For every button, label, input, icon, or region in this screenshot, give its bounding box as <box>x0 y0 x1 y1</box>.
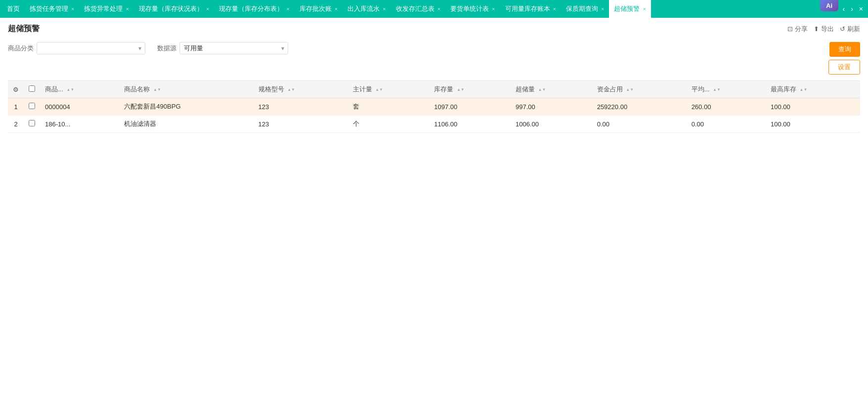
close-icon[interactable]: × <box>492 6 495 12</box>
row-number: 2 <box>8 116 24 133</box>
close-icon[interactable]: × <box>335 6 338 12</box>
row-checkbox-cell <box>24 116 40 133</box>
max-stock-cell: 100.00 <box>766 116 860 133</box>
th-product-name: 商品名称 ▲▼ <box>119 81 253 98</box>
stock-cell: 1106.00 <box>429 116 511 133</box>
row-checkbox[interactable] <box>29 120 35 126</box>
capital-cell: 259220.00 <box>592 98 687 116</box>
table-header-row: ⚙ 商品... ▲▼ 商品名称 ▲▼ 规格型号 ▲▼ 主计 <box>8 81 860 98</box>
nav-prev-arrow[interactable]: ‹ <box>839 5 848 13</box>
export-icon: ⬆ <box>814 25 819 33</box>
nav-item-available[interactable]: 可用量库存账本 × <box>500 0 561 18</box>
product-category-select[interactable] <box>37 42 145 54</box>
th-max-stock: 最高库存 ▲▼ <box>766 81 860 98</box>
page-title: 超储预警 <box>8 24 40 34</box>
nav-item-stock-dist[interactable]: 现存量（库存分布表） × <box>214 0 294 18</box>
close-icon[interactable]: × <box>601 6 604 12</box>
close-icon[interactable]: × <box>437 6 440 12</box>
stock-cell: 1097.00 <box>429 98 511 116</box>
th-capital: 资金占用 ▲▼ <box>592 81 687 98</box>
nav-item-demand[interactable]: 要货单统计表 × <box>445 0 500 18</box>
th-avg: 平均... ▲▼ <box>687 81 766 98</box>
product-category-label: 商品分类 <box>8 44 34 53</box>
nav-item-batch[interactable]: 库存批次账 × <box>295 0 343 18</box>
refresh-button[interactable]: ↺ 刷新 <box>840 25 860 34</box>
nav-arrows: ‹ › × <box>839 5 866 13</box>
sort-icon[interactable]: ▲▼ <box>153 88 161 92</box>
capital-cell: 0.00 <box>592 116 687 133</box>
nav-item-stock-status[interactable]: 现存量（库存状况表） × <box>134 0 214 18</box>
th-checkbox <box>24 81 40 98</box>
close-icon[interactable]: × <box>286 6 289 12</box>
overflow-cell: 1006.00 <box>511 116 592 133</box>
table-row: 1 0000004 六配套新昌490BPG 123 套 1097.00 997.… <box>8 98 860 116</box>
close-icon[interactable]: × <box>206 6 209 12</box>
page-container: 超储预警 ⊡ 分享 ⬆ 导出 ↺ 刷新 商品分类 <box>0 18 868 395</box>
share-button[interactable]: ⊡ 分享 <box>787 25 808 34</box>
row-number: 1 <box>8 98 24 116</box>
query-button[interactable]: 查询 <box>829 42 860 57</box>
gear-icon[interactable]: ⚙ <box>13 86 19 93</box>
product-code-cell: 0000004 <box>40 98 119 116</box>
data-source-label: 数据源 <box>157 44 176 53</box>
close-icon[interactable]: × <box>71 6 74 12</box>
close-icon[interactable]: × <box>553 6 556 12</box>
overflow-cell: 997.00 <box>511 98 592 116</box>
sort-icon[interactable]: ▲▼ <box>538 88 546 92</box>
unit-cell: 个 <box>348 116 430 133</box>
set-button[interactable]: 设置 <box>828 60 860 75</box>
th-overflow: 超储量 ▲▼ <box>511 81 592 98</box>
sort-icon[interactable]: ▲▼ <box>457 88 465 92</box>
page-header: 超储预警 ⊡ 分享 ⬆ 导出 ↺ 刷新 <box>8 24 860 34</box>
row-checkbox[interactable] <box>29 103 35 109</box>
th-unit: 主计量 ▲▼ <box>348 81 430 98</box>
share-icon: ⊡ <box>787 25 793 33</box>
th-gear: ⚙ <box>8 81 24 98</box>
ai-badge[interactable]: Ai <box>820 0 838 11</box>
nav-item-task[interactable]: 拣货任务管理 × <box>25 0 79 18</box>
th-product-code: 商品... ▲▼ <box>40 81 119 98</box>
refresh-icon: ↺ <box>840 25 845 33</box>
th-spec: 规格型号 ▲▼ <box>254 81 348 98</box>
export-button[interactable]: ⬆ 导出 <box>814 25 834 34</box>
avg-cell: 0.00 <box>687 116 766 133</box>
select-all-checkbox[interactable] <box>29 85 35 92</box>
filter-product-category: 商品分类 <box>8 42 145 54</box>
th-stock: 库存量 ▲▼ <box>429 81 511 98</box>
unit-cell: 套 <box>348 98 430 116</box>
sort-icon[interactable]: ▲▼ <box>287 88 295 92</box>
sort-icon[interactable]: ▲▼ <box>626 88 634 92</box>
product-name-cell: 机油滤清器 <box>119 116 253 133</box>
filter-row: 商品分类 数据源 可用量 库存量 <box>8 42 817 54</box>
row-checkbox-cell <box>24 98 40 116</box>
nav-close-arrow[interactable]: × <box>856 5 866 13</box>
spec-cell: 123 <box>254 98 348 116</box>
data-source-select[interactable]: 可用量 库存量 <box>179 42 288 54</box>
close-icon[interactable]: × <box>643 6 646 12</box>
nav-item-home[interactable]: 首页 <box>2 0 25 18</box>
data-table: ⚙ 商品... ▲▼ 商品名称 ▲▼ 规格型号 ▲▼ 主计 <box>8 80 860 133</box>
sort-icon[interactable]: ▲▼ <box>800 88 808 92</box>
product-code-cell: 186-10... <box>40 116 119 133</box>
close-icon[interactable]: × <box>383 6 386 12</box>
sort-icon[interactable]: ▲▼ <box>66 88 74 92</box>
max-stock-cell: 100.00 <box>766 98 860 116</box>
nav-item-inout[interactable]: 出入库流水 × <box>343 0 391 18</box>
sort-icon[interactable]: ▲▼ <box>713 88 721 92</box>
spec-cell: 123 <box>254 116 348 133</box>
close-icon[interactable]: × <box>126 6 129 12</box>
filter-data-source: 数据源 可用量 库存量 <box>157 42 288 54</box>
sort-icon[interactable]: ▲▼ <box>375 88 383 92</box>
filter-buttons: 查询 设置 <box>828 42 860 75</box>
top-nav: 首页 拣货任务管理 × 拣货异常处理 × 现存量（库存状况表） × 现存量（库存… <box>0 0 868 18</box>
avg-cell: 260.00 <box>687 98 766 116</box>
nav-item-exception[interactable]: 拣货异常处理 × <box>79 0 133 18</box>
page-actions: ⊡ 分享 ⬆ 导出 ↺ 刷新 <box>787 25 860 34</box>
nav-next-arrow[interactable]: › <box>848 5 856 13</box>
product-name-cell: 六配套新昌490BPG <box>119 98 253 116</box>
nav-item-expiry[interactable]: 保质期查询 × <box>561 0 609 18</box>
table-row: 2 186-10... 机油滤清器 123 个 1106.00 1006.00 … <box>8 116 860 133</box>
nav-item-overflow-warning[interactable]: 超储预警 × <box>609 0 651 18</box>
nav-item-summary[interactable]: 收发存汇总表 × <box>391 0 445 18</box>
